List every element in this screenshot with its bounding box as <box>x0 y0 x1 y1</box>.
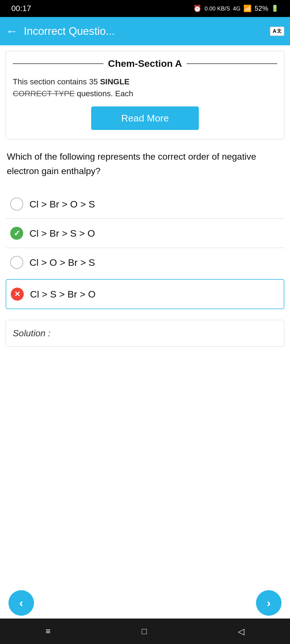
bottom-nav: ‹ › <box>0 590 290 616</box>
status-icons: ⏰ 0.00 KB/S 4G 📶 52% 🔋 <box>193 5 279 12</box>
main-content: Chem-Section A This section contains 35 … <box>0 51 290 347</box>
alarm-icon: ⏰ <box>193 5 202 12</box>
status-bar: 00:17 ⏰ 0.00 KB/S 4G 📶 52% 🔋 <box>0 0 290 17</box>
description-text: This section contains 35 <box>13 77 100 86</box>
prev-arrow: ‹ <box>19 597 23 609</box>
solution-label: Solution : <box>13 328 50 338</box>
read-more-button[interactable]: Read More <box>91 106 199 130</box>
option-a[interactable]: Cl > Br > O > S <box>6 190 284 219</box>
radio-c <box>10 256 23 269</box>
battery-icon: 🔋 <box>271 5 279 12</box>
option-c[interactable]: Cl > O > Br > S <box>6 248 284 277</box>
next-arrow: › <box>267 597 270 609</box>
option-a-text: Cl > Br > O > S <box>29 199 95 210</box>
section-title: Chem-Section A <box>13 58 277 69</box>
android-back-icon[interactable]: ◁ <box>238 626 244 636</box>
nav-title: Incorrect Questio... <box>24 25 264 37</box>
section-description: This section contains 35 SINGLE CORRECT … <box>13 76 277 100</box>
option-b[interactable]: Cl > Br > S > O <box>6 219 284 248</box>
android-nav-bar: ≡ □ ◁ <box>0 619 290 644</box>
wrong-icon <box>11 288 24 301</box>
solution-box: Solution : <box>6 320 284 347</box>
options-list: Cl > Br > O > S Cl > Br > S > O Cl > O >… <box>6 190 284 311</box>
battery-level: 52% <box>255 5 268 12</box>
option-b-text: Cl > Br > S > O <box>29 228 95 239</box>
correct-icon <box>10 227 23 240</box>
network-type: 4G <box>233 5 240 12</box>
option-d[interactable]: Cl > S > Br > O <box>6 279 284 309</box>
nav-bar: ← Incorrect Questio... A 文 <box>0 17 290 45</box>
status-time: 00:17 <box>11 4 31 13</box>
android-menu-icon[interactable]: ≡ <box>46 626 51 636</box>
translate-icon-zh: 文 <box>277 28 282 34</box>
next-button[interactable]: › <box>256 590 282 616</box>
android-home-icon[interactable]: □ <box>142 626 147 636</box>
translate-icon-a: A <box>273 28 276 34</box>
question-text: Which of the following represents the co… <box>6 149 284 178</box>
back-button[interactable]: ← <box>6 24 18 38</box>
option-c-text: Cl > O > Br > S <box>29 257 95 268</box>
description-rest: questions. Each <box>77 89 133 98</box>
description-bold: SINGLE <box>100 77 129 86</box>
translate-button[interactable]: A 文 <box>270 27 284 36</box>
description-strike: CORRECT TYPE <box>13 89 74 98</box>
signal-icon: 📶 <box>243 5 252 12</box>
radio-a <box>10 198 23 211</box>
section-card: Chem-Section A This section contains 35 … <box>6 51 284 139</box>
option-d-text: Cl > S > Br > O <box>30 289 95 300</box>
prev-button[interactable]: ‹ <box>8 590 34 616</box>
data-speed: 0.00 KB/S <box>204 5 230 12</box>
